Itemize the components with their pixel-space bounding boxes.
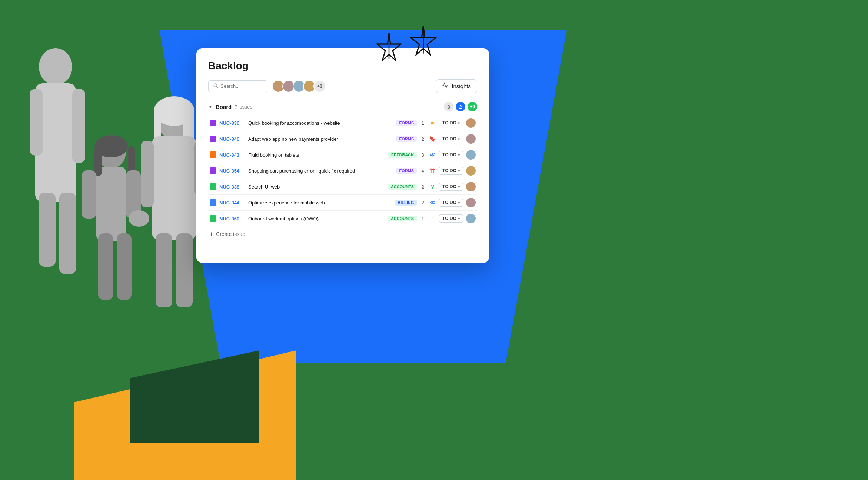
issue-num: 1 bbox=[420, 120, 426, 126]
svg-rect-28 bbox=[176, 233, 193, 307]
svg-rect-13 bbox=[94, 146, 102, 176]
issue-type-icon bbox=[210, 120, 216, 126]
todo-status-badge[interactable]: TO DO ▾ bbox=[439, 151, 463, 159]
svg-rect-8 bbox=[39, 193, 56, 267]
row-avatar[interactable] bbox=[466, 166, 476, 176]
row-avatar[interactable] bbox=[466, 198, 476, 207]
issue-id[interactable]: NUC-354 bbox=[219, 168, 245, 174]
issue-title: Quick booking for accomodations - websit… bbox=[248, 120, 393, 126]
svg-rect-11 bbox=[96, 167, 126, 241]
issue-title: Onboard workout options (OWO) bbox=[248, 216, 385, 221]
todo-status-badge[interactable]: TO DO ▾ bbox=[439, 135, 463, 143]
issue-tag[interactable]: FORMS bbox=[396, 168, 417, 174]
issue-num: 4 bbox=[420, 168, 426, 174]
issue-tag[interactable]: ACCOUNTS bbox=[388, 216, 417, 221]
insights-icon bbox=[442, 82, 449, 90]
priority-icon: ∨ bbox=[429, 183, 436, 190]
issue-title: Fluid booking on tablets bbox=[248, 152, 385, 158]
issue-title: Shopping cart purchasing error - quick f… bbox=[248, 168, 393, 174]
todo-chevron: ▾ bbox=[458, 121, 460, 125]
row-avatar[interactable] bbox=[466, 118, 476, 128]
todo-chevron: ▾ bbox=[458, 185, 460, 189]
issue-tag[interactable]: FORMS bbox=[396, 120, 417, 126]
row-avatar[interactable] bbox=[466, 182, 476, 191]
badge-blue: 2 bbox=[456, 102, 465, 111]
priority-icon: ≪ bbox=[429, 151, 436, 158]
table-row[interactable]: NUC-344 Optimize experience for mobile w… bbox=[208, 195, 477, 211]
table-row[interactable]: NUC-346 Adapt web app no new payments pr… bbox=[208, 131, 477, 147]
issue-id[interactable]: NUC-344 bbox=[219, 200, 245, 206]
app-card: Backlog +3 bbox=[196, 48, 489, 263]
table-row[interactable]: NUC-343 Fluid booking on tablets FEEDBAC… bbox=[208, 147, 477, 163]
section-badges: 3 2 +0 bbox=[444, 102, 477, 111]
issue-tag[interactable]: FEEDBACK bbox=[388, 152, 417, 158]
avatar-group: +3 bbox=[272, 80, 326, 93]
row-avatar[interactable] bbox=[466, 214, 476, 223]
section-left: ▼ Board 7 issues bbox=[208, 104, 252, 110]
issue-id[interactable]: NUC-343 bbox=[219, 152, 245, 158]
people-illustration bbox=[7, 37, 222, 363]
priority-icon: ≪ bbox=[429, 199, 436, 206]
todo-status-badge[interactable]: TO DO ▾ bbox=[439, 183, 463, 191]
page-title: Backlog bbox=[208, 60, 477, 72]
issue-type-icon bbox=[210, 183, 216, 190]
issue-tag[interactable]: ACCOUNTS bbox=[388, 184, 417, 190]
issue-id[interactable]: NUC-346 bbox=[219, 136, 245, 142]
avatar-more[interactable]: +3 bbox=[313, 80, 326, 93]
chevron-icon[interactable]: ▼ bbox=[208, 104, 213, 109]
issue-num: 2 bbox=[420, 136, 426, 142]
svg-point-29 bbox=[214, 84, 217, 87]
insights-button[interactable]: Insights bbox=[436, 79, 477, 93]
todo-label: TO DO bbox=[442, 120, 456, 126]
create-issue-row[interactable]: + Create issue bbox=[208, 226, 477, 237]
todo-status-badge[interactable]: TO DO ▾ bbox=[439, 199, 463, 207]
svg-rect-27 bbox=[156, 233, 172, 307]
table-row[interactable]: NUC-336 Quick booking for accomodations … bbox=[208, 115, 477, 131]
svg-rect-24 bbox=[141, 141, 154, 207]
todo-label: TO DO bbox=[442, 216, 456, 221]
svg-rect-23 bbox=[152, 136, 196, 240]
issue-title: Adapt web app no new payments provider bbox=[248, 136, 393, 142]
issue-tag[interactable]: BILLING bbox=[395, 200, 417, 206]
todo-status-badge[interactable]: TO DO ▾ bbox=[439, 119, 463, 127]
plus-icon: + bbox=[210, 231, 213, 237]
svg-rect-6 bbox=[30, 89, 43, 156]
table-row[interactable]: NUC-360 Onboard workout options (OWO) AC… bbox=[208, 211, 477, 226]
insights-label: Insights bbox=[452, 83, 471, 89]
issue-num: 1 bbox=[420, 216, 426, 221]
badge-gray: 3 bbox=[444, 102, 453, 111]
todo-label: TO DO bbox=[442, 136, 456, 141]
priority-icon: ⇈ bbox=[429, 167, 436, 174]
svg-point-4 bbox=[39, 48, 72, 85]
star-decoration-1 bbox=[374, 31, 404, 61]
todo-label: TO DO bbox=[442, 168, 456, 173]
todo-chevron: ▾ bbox=[458, 217, 460, 221]
todo-chevron: ▾ bbox=[458, 169, 460, 173]
board-section-title: Board bbox=[216, 104, 232, 110]
todo-chevron: ▾ bbox=[458, 137, 460, 141]
issue-num: 3 bbox=[420, 152, 426, 158]
todo-label: TO DO bbox=[442, 184, 456, 189]
issue-id[interactable]: NUC-360 bbox=[219, 216, 245, 221]
row-avatar[interactable] bbox=[466, 134, 476, 144]
row-avatar[interactable] bbox=[466, 150, 476, 160]
issue-type-icon bbox=[210, 167, 216, 174]
svg-point-26 bbox=[129, 210, 149, 227]
issue-id[interactable]: NUC-336 bbox=[219, 120, 245, 126]
todo-chevron: ▾ bbox=[458, 201, 460, 205]
todo-label: TO DO bbox=[442, 152, 456, 157]
search-box[interactable] bbox=[208, 80, 267, 92]
board-section-header: ▼ Board 7 issues 3 2 +0 bbox=[208, 100, 477, 114]
todo-status-badge[interactable]: TO DO ▾ bbox=[439, 214, 463, 223]
issue-count: 7 issues bbox=[235, 104, 252, 110]
priority-icon: ≡ bbox=[429, 216, 436, 222]
issue-title: Search UI web bbox=[248, 184, 385, 190]
todo-status-badge[interactable]: TO DO ▾ bbox=[439, 167, 463, 175]
issue-num: 2 bbox=[420, 184, 426, 190]
table-row[interactable]: NUC-354 Shopping cart purchasing error -… bbox=[208, 163, 477, 179]
issue-id[interactable]: NUC-338 bbox=[219, 184, 245, 190]
issue-type-icon bbox=[210, 215, 216, 222]
table-row[interactable]: NUC-338 Search UI web ACCOUNTS 2 ∨ TO DO… bbox=[208, 179, 477, 195]
search-input[interactable] bbox=[220, 83, 257, 89]
issue-tag[interactable]: FORMS bbox=[396, 136, 417, 142]
